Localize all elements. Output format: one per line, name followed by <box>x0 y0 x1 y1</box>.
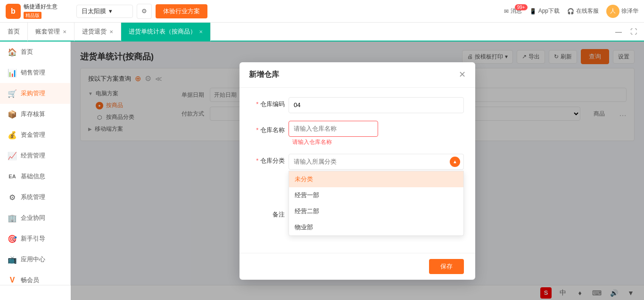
save-button[interactable]: 保存 <box>429 259 464 274</box>
tab-maximize-icon[interactable]: ⛶ <box>627 25 640 38</box>
sidebar-item-system[interactable]: ⚙ 系统管理 <box>0 187 70 208</box>
category-dropdown: 未分类 经营一部 经营二部 物业部 <box>289 171 464 236</box>
tab-purchase-stats-close-icon[interactable]: ✕ <box>199 29 203 34</box>
sidebar-item-system-label: 系统管理 <box>21 193 45 201</box>
category-field-row: 仓库分类 ▲ 未分类 经营一部 经营二部 物业部 <box>251 154 464 170</box>
category-label: 仓库分类 <box>251 154 289 165</box>
tab-bar: 首页 账套管理 ✕ 进货退货 ✕ 进货单统计表（按商品） ✕ — ⛶ <box>0 23 644 42</box>
sidebar-item-operations-label: 经营管理 <box>21 151 45 160</box>
operations-icon: 📈 <box>8 151 17 160</box>
phone-icon: 📱 <box>529 8 537 15</box>
code-field-row: 仓库编码 <box>251 97 464 113</box>
tab-home-label: 首页 <box>8 27 20 36</box>
app-download-button[interactable]: 📱 App下载 <box>529 7 560 15</box>
sidebar-item-finance-label: 资金管理 <box>21 131 45 139</box>
basic-info-icon: EA <box>8 174 17 179</box>
headset-icon: 🎧 <box>567 8 574 15</box>
top-center: 日太阳膜 ▾ ⚙ 体验行业方案 <box>76 4 504 19</box>
modal-body: 仓库编码 仓库名称 请输入仓库名称 <box>239 88 475 253</box>
message-icon: ✉ <box>504 8 509 15</box>
tab-purchase-return-label: 进货退货 <box>82 27 107 36</box>
top-right-actions: ✉ 消息 99+ 📱 App下载 🎧 在线客服 人 徐泽华 <box>504 5 638 18</box>
guide-icon: 🎯 <box>8 234 17 243</box>
tab-purchase-return[interactable]: 进货退货 ✕ <box>74 22 121 41</box>
finance-icon: 💰 <box>8 131 17 140</box>
sidebar-item-enterprise[interactable]: 🏢 企业协同 <box>0 208 70 228</box>
user-area[interactable]: 人 徐泽华 <box>606 5 638 18</box>
vip-icon: V <box>8 276 17 284</box>
logo-area: b 畅捷通好生意 精品版 <box>6 3 76 19</box>
sidebar-item-inventory-label: 库存核算 <box>21 110 45 118</box>
inventory-icon: 📦 <box>8 110 17 119</box>
content-inner: 进货单统计(按商品) 🖨 按模板打印 ▾ ↗ 导出 ↻ 刷新 <box>71 42 644 300</box>
modal-footer: 保存 <box>239 253 475 280</box>
name-input[interactable] <box>289 121 378 137</box>
settings-icon[interactable]: ⚙ <box>137 4 152 19</box>
main-layout: 🏠 首页 📊 销售管理 🛒 采购管理 📦 库存核算 💰 资金管理 📈 经营管理 … <box>0 42 644 300</box>
sidebar-item-app-center[interactable]: 📺 应用中心 <box>0 249 70 270</box>
name-field-row: 仓库名称 请输入仓库名称 <box>251 121 464 146</box>
sidebar: 🏠 首页 📊 销售管理 🛒 采购管理 📦 库存核算 💰 资金管理 📈 经营管理 … <box>0 42 71 300</box>
sidebar-item-guide[interactable]: 🎯 新手引导 <box>0 228 70 249</box>
modal-close-icon[interactable]: ✕ <box>459 70 466 79</box>
category-toggle-icon[interactable]: ▲ <box>450 157 460 167</box>
tab-home[interactable]: 首页 <box>0 22 28 41</box>
dropdown-item-ops1[interactable]: 经营一部 <box>289 187 463 203</box>
app-download-label: App下载 <box>538 7 560 15</box>
dropdown-item-property[interactable]: 物业部 <box>289 219 463 235</box>
name-error-message: 请输入仓库名称 <box>292 138 332 146</box>
online-service-button[interactable]: 🎧 在线客服 <box>567 7 599 15</box>
online-service-label: 在线客服 <box>576 7 599 15</box>
messages-button[interactable]: ✉ 消息 99+ <box>504 7 522 15</box>
trial-button[interactable]: 体验行业方案 <box>156 4 207 18</box>
content-area: 进货单统计(按商品) 🖨 按模板打印 ▾ ↗ 导出 ↻ 刷新 <box>71 42 644 300</box>
modal-title: 新增仓库 <box>249 70 279 80</box>
tab-account[interactable]: 账套管理 ✕ <box>28 22 74 41</box>
sidebar-item-enterprise-label: 企业协同 <box>21 214 45 222</box>
sidebar-item-operations[interactable]: 📈 经营管理 <box>0 145 70 166</box>
notes-label: 备注 <box>251 208 289 219</box>
tab-account-label: 账套管理 <box>35 27 60 36</box>
dropdown-item-ops2[interactable]: 经营二部 <box>289 203 463 219</box>
tab-purchase-stats[interactable]: 进货单统计表（按商品） ✕ <box>121 22 211 41</box>
category-input[interactable] <box>289 154 464 170</box>
sidebar-item-inventory[interactable]: 📦 库存核算 <box>0 104 70 125</box>
top-bar: b 畅捷通好生意 精品版 日太阳膜 ▾ ⚙ 体验行业方案 ✉ 消息 99+ 📱 … <box>0 0 644 23</box>
sidebar-item-home[interactable]: 🏠 首页 <box>0 42 70 62</box>
code-input[interactable] <box>289 97 464 113</box>
sidebar-item-home-label: 首页 <box>21 48 33 56</box>
enterprise-icon: 🏢 <box>8 214 17 223</box>
app-logo-icon: b <box>6 4 21 19</box>
tab-minimize-icon[interactable]: — <box>612 25 625 38</box>
sidebar-item-vip-label: 畅会员 <box>21 276 39 284</box>
tab-purchase-return-close-icon[interactable]: ✕ <box>109 29 113 34</box>
purchase-icon: 🛒 <box>8 89 17 98</box>
user-avatar: 人 <box>606 5 619 18</box>
add-warehouse-modal: 新增仓库 ✕ 仓库编码 仓库名称 <box>239 62 475 280</box>
dropdown-item-unclassified[interactable]: 未分类 <box>289 171 463 187</box>
notification-badge: 99+ <box>515 4 528 10</box>
sidebar-item-purchase-label: 采购管理 <box>21 89 45 98</box>
system-icon: ⚙ <box>8 193 17 202</box>
name-label: 仓库名称 <box>251 123 289 134</box>
app-logo-text: 畅捷通好生意 精品版 <box>24 3 58 19</box>
tab-purchase-stats-label: 进货单统计表（按商品） <box>129 27 196 36</box>
sidebar-item-basic-info[interactable]: EA 基础信息 <box>0 166 70 187</box>
tab-bar-actions: — ⛶ <box>612 25 644 38</box>
sidebar-item-app-center-label: 应用中心 <box>21 255 45 264</box>
sidebar-item-purchase[interactable]: 🛒 采购管理 <box>0 83 70 104</box>
tab-account-close-icon[interactable]: ✕ <box>63 29 66 34</box>
dropdown-arrow-icon: ▾ <box>109 8 112 15</box>
sidebar-item-sales-label: 销售管理 <box>21 68 45 77</box>
user-name-label: 徐泽华 <box>621 7 638 15</box>
store-selector[interactable]: 日太阳膜 ▾ <box>76 5 133 18</box>
store-name: 日太阳膜 <box>82 7 106 16</box>
category-select-wrapper: ▲ 未分类 经营一部 经营二部 物业部 <box>289 154 464 170</box>
sidebar-item-guide-label: 新手引导 <box>21 234 45 243</box>
modal-overlay: 新增仓库 ✕ 仓库编码 仓库名称 <box>71 42 644 300</box>
sales-icon: 📊 <box>8 68 17 77</box>
modal-header: 新增仓库 ✕ <box>239 62 475 88</box>
sidebar-item-basic-info-label: 基础信息 <box>21 172 45 181</box>
sidebar-item-finance[interactable]: 💰 资金管理 <box>0 125 70 145</box>
sidebar-item-sales[interactable]: 📊 销售管理 <box>0 62 70 83</box>
